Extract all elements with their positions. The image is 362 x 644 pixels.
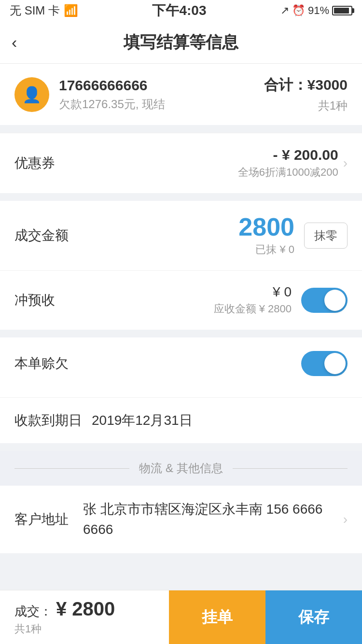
bottom-summary: 成交： ¥ 2800 共1种 xyxy=(0,598,169,636)
divider-section: 物流 & 其他信息 xyxy=(0,451,362,486)
chevron-right-icon: › xyxy=(343,155,348,171)
user-info: 17666666666 欠款1276.35元, 现结 xyxy=(59,77,165,112)
duedate-label: 收款到期日 xyxy=(14,411,82,430)
back-button[interactable]: ‹ xyxy=(12,33,17,52)
avatar: 👤 xyxy=(14,77,49,112)
duedate-row: 收款到期日 2019年12月31日 xyxy=(0,397,362,443)
battery-percentage: 91% xyxy=(308,4,329,17)
precollect-toggle[interactable] xyxy=(301,288,348,313)
page-title: 填写结算等信息 xyxy=(124,31,238,54)
avatar-icon: 👤 xyxy=(22,85,42,104)
alarm-icon: ⏰ xyxy=(292,4,305,17)
total-count: 共1种 xyxy=(264,98,348,113)
divider-text: 物流 & 其他信息 xyxy=(139,461,223,476)
precollect-right: ¥ 0 应收金额 ¥ 2800 xyxy=(214,284,348,316)
user-info-card: 👤 17666666666 欠款1276.35元, 现结 合计：¥3000 共1… xyxy=(0,64,362,125)
deal-right: 2800 已抹 ¥ 0 抹零 xyxy=(238,214,348,257)
debt-row: 本单赊欠 xyxy=(0,337,362,390)
coupon-discount: - ¥ 200.00 xyxy=(238,147,338,163)
round-button[interactable]: 抹零 xyxy=(304,223,348,249)
debt-toggle-knob xyxy=(324,353,346,374)
status-left: 无 SIM 卡 📶 xyxy=(10,3,78,18)
user-left: 👤 17666666666 欠款1276.35元, 现结 xyxy=(14,77,165,112)
bottom-deal-label: 成交： xyxy=(14,603,52,620)
nav-bar: ‹ 填写结算等信息 xyxy=(0,21,362,64)
coupon-right: - ¥ 200.00 全场6折满1000减200 › xyxy=(238,147,348,180)
bottom-deal-amount: ¥ 2800 xyxy=(56,598,115,620)
debt-toggle[interactable] xyxy=(301,351,348,376)
status-time: 下午4:03 xyxy=(152,1,206,20)
duedate-value: 2019年12月31日 xyxy=(92,411,193,430)
deal-sub: 已抹 ¥ 0 xyxy=(238,242,294,257)
save-button[interactable]: 保存 xyxy=(265,590,362,644)
user-sub-text: 欠款1276.35元, 现结 xyxy=(59,97,165,112)
address-label: 客户地址 xyxy=(14,510,69,529)
coupon-row[interactable]: 优惠券 - ¥ 200.00 全场6折满1000减200 › xyxy=(0,133,362,193)
coupon-amount-wrap: - ¥ 200.00 全场6折满1000减200 xyxy=(238,147,338,180)
debt-section: 本单赊欠 收款到期日 2019年12月31日 xyxy=(0,337,362,443)
divider-line-left xyxy=(14,468,129,469)
precollect-label: 冲预收 xyxy=(14,291,55,309)
total-amount: 合计：¥3000 xyxy=(264,75,348,95)
user-phone: 17666666666 xyxy=(59,77,165,94)
address-chevron-icon: › xyxy=(343,512,348,527)
precollect-row: 冲预收 ¥ 0 应收金额 ¥ 2800 xyxy=(0,270,362,330)
sim-label: 无 SIM 卡 xyxy=(10,3,60,18)
deal-amount-wrap: 2800 已抹 ¥ 0 xyxy=(238,214,294,257)
status-bar: 无 SIM 卡 📶 下午4:03 ↗ ⏰ 91% xyxy=(0,0,362,21)
precollect-sub: 应收金额 ¥ 2800 xyxy=(214,302,292,316)
coupon-sub: 全场6折满1000减200 xyxy=(238,165,338,180)
status-right: ↗ ⏰ 91% xyxy=(280,4,352,17)
address-right: 张 北京市市辖区海淀区永丰南 156 6666 6666 › xyxy=(83,499,348,540)
user-right: 合计：¥3000 共1种 xyxy=(264,75,348,113)
toggle-knob xyxy=(324,290,346,311)
debt-label: 本单赊欠 xyxy=(14,354,69,373)
battery-icon xyxy=(332,6,352,15)
bottom-count: 共1种 xyxy=(14,622,154,636)
location-icon: ↗ xyxy=(280,4,289,17)
content: 👤 17666666666 欠款1276.35元, 现结 合计：¥3000 共1… xyxy=(0,64,362,619)
deal-label: 成交金额 xyxy=(14,226,69,245)
coupon-label: 优惠券 xyxy=(14,154,55,172)
precollect-amount: ¥ 0 xyxy=(214,284,292,300)
wifi-icon: 📶 xyxy=(64,4,78,17)
address-row[interactable]: 客户地址 张 北京市市辖区海淀区永丰南 156 6666 6666 › xyxy=(0,486,362,553)
deal-section: 成交金额 2800 已抹 ¥ 0 抹零 冲预收 ¥ 0 应收金额 ¥ 2800 xyxy=(0,201,362,330)
bottom-deal: 成交： ¥ 2800 xyxy=(14,598,154,620)
deal-amount: 2800 xyxy=(238,214,294,239)
pending-button[interactable]: 挂单 xyxy=(169,590,265,644)
deal-row: 成交金额 2800 已抹 ¥ 0 抹零 xyxy=(0,201,362,270)
precollect-amount-wrap: ¥ 0 应收金额 ¥ 2800 xyxy=(214,284,292,316)
divider-line-right xyxy=(233,468,348,469)
bottom-bar: 成交： ¥ 2800 共1种 挂单 保存 xyxy=(0,590,362,644)
address-value: 张 北京市市辖区海淀区永丰南 156 6666 6666 xyxy=(83,499,338,540)
